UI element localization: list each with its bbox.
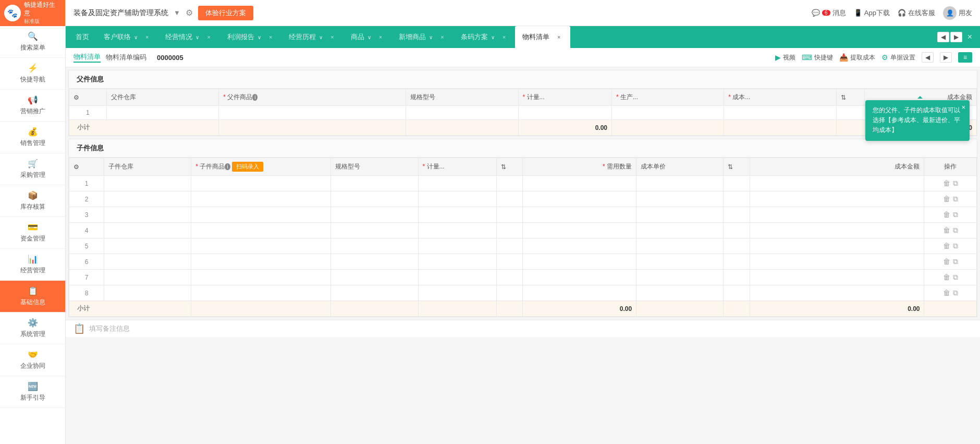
- online-service-item[interactable]: 🎧 在线客服: [898, 8, 935, 18]
- copy-icon-7[interactable]: ⧉: [953, 273, 958, 282]
- child-spec-4[interactable]: [331, 223, 418, 238]
- copy-icon-1[interactable]: ⧉: [953, 179, 958, 188]
- scan-input-button[interactable]: 扫码录入: [232, 162, 263, 172]
- sidebar-item-quicknav[interactable]: ⚡ 快捷导航: [0, 58, 65, 90]
- trial-button[interactable]: 体验行业方案: [198, 6, 253, 20]
- delete-icon-8[interactable]: 🗑: [943, 289, 950, 297]
- delete-icon-7[interactable]: 🗑: [943, 273, 950, 282]
- child-qty-6[interactable]: [523, 254, 636, 270]
- child-unit-2[interactable]: [418, 191, 497, 207]
- child-qty-3[interactable]: [523, 207, 636, 223]
- child-warehouse-2[interactable]: [104, 191, 191, 207]
- nav-next-button[interactable]: ▶: [940, 52, 952, 63]
- child-spec-1[interactable]: [331, 176, 418, 191]
- tab-nav-right[interactable]: ▶: [950, 32, 962, 42]
- child-unitprice-7[interactable]: [636, 270, 724, 285]
- parent-col-settings[interactable]: ⚙: [69, 89, 107, 106]
- child-unit-3[interactable]: [418, 207, 497, 223]
- tab-customer-close[interactable]: ×: [143, 33, 151, 41]
- child-product-3[interactable]: [191, 207, 331, 223]
- grid-view-button[interactable]: ≡: [958, 52, 972, 63]
- tab-close-all[interactable]: ×: [962, 32, 977, 42]
- child-qty-5[interactable]: [523, 238, 636, 254]
- tab-home[interactable]: 首页: [68, 26, 96, 48]
- child-unit-4[interactable]: [418, 223, 497, 238]
- child-unitprice-6[interactable]: [636, 254, 724, 270]
- tab-business-close[interactable]: ×: [205, 33, 212, 41]
- copy-icon-2[interactable]: ⧉: [953, 195, 958, 203]
- child-qty-4[interactable]: [523, 223, 636, 238]
- sidebar-item-marketing[interactable]: 📢 营销推广: [0, 90, 65, 122]
- tab-barcode-close[interactable]: ×: [500, 33, 508, 41]
- child-warehouse-4[interactable]: [104, 223, 191, 238]
- child-product-7[interactable]: [191, 270, 331, 285]
- child-unit-8[interactable]: [418, 285, 497, 301]
- gear-icon[interactable]: ⚙: [186, 8, 193, 18]
- tab-history-close[interactable]: ×: [328, 33, 336, 41]
- child-unit-1[interactable]: [418, 176, 497, 191]
- sidebar-item-finance[interactable]: 💳 资金管理: [0, 217, 65, 249]
- sidebar-item-inventory[interactable]: 📦 库存核算: [0, 185, 65, 217]
- child-warehouse-6[interactable]: [104, 254, 191, 270]
- child-spec-8[interactable]: [331, 285, 418, 301]
- tab-product[interactable]: 商品 ∨ ×: [344, 26, 391, 48]
- child-unit-6[interactable]: [418, 254, 497, 270]
- user-item[interactable]: 👤 用友: [943, 6, 972, 20]
- delete-icon-2[interactable]: 🗑: [943, 195, 950, 203]
- child-product-1[interactable]: [191, 176, 331, 191]
- child-qty-8[interactable]: [523, 285, 636, 301]
- page-tab-code[interactable]: 物料清单编码: [106, 53, 146, 62]
- parent-warehouse-1[interactable]: [106, 106, 218, 120]
- child-product-5[interactable]: [191, 238, 331, 254]
- tab-newproduct-close[interactable]: ×: [438, 33, 446, 41]
- shortcut-toolbar-item[interactable]: ⌨ 快捷键: [802, 53, 833, 62]
- child-warehouse-5[interactable]: [104, 238, 191, 254]
- video-toolbar-item[interactable]: ▶ 视频: [775, 53, 795, 62]
- child-unit-7[interactable]: [418, 270, 497, 285]
- messages-item[interactable]: 💬 6 消息: [812, 8, 846, 18]
- tab-bom-close[interactable]: ×: [555, 33, 562, 41]
- delete-icon-6[interactable]: 🗑: [943, 257, 950, 266]
- sidebar-item-guide[interactable]: 🆕 新手引导: [0, 376, 65, 408]
- tab-nav-left[interactable]: ◀: [937, 32, 949, 42]
- dropdown-arrow-icon[interactable]: ▼: [174, 9, 180, 17]
- child-product-8[interactable]: [191, 285, 331, 301]
- parent-spec-1[interactable]: [406, 106, 518, 120]
- nav-prev-button[interactable]: ◀: [922, 52, 934, 63]
- tooltip-close-button[interactable]: ×: [961, 102, 965, 113]
- sidebar-item-search[interactable]: 🔍 搜索菜单: [0, 26, 65, 58]
- child-unit-5[interactable]: [418, 238, 497, 254]
- copy-icon-3[interactable]: ⧉: [953, 210, 958, 219]
- copy-icon-4[interactable]: ⧉: [953, 226, 958, 235]
- copy-icon-8[interactable]: ⧉: [953, 289, 958, 297]
- tab-bom[interactable]: 物料清单 ×: [515, 26, 570, 48]
- child-product-6[interactable]: [191, 254, 331, 270]
- copy-icon-6[interactable]: ⧉: [953, 257, 958, 266]
- sidebar-item-sales[interactable]: 💰 销售管理: [0, 122, 65, 153]
- child-warehouse-7[interactable]: [104, 270, 191, 285]
- child-spec-5[interactable]: [331, 238, 418, 254]
- child-spec-3[interactable]: [331, 207, 418, 223]
- child-spec-7[interactable]: [331, 270, 418, 285]
- child-unitprice-8[interactable]: [636, 285, 724, 301]
- child-unitprice-3[interactable]: [636, 207, 724, 223]
- delete-icon-3[interactable]: 🗑: [943, 210, 950, 219]
- parent-unit-1[interactable]: [518, 106, 611, 120]
- child-qty-1[interactable]: [523, 176, 636, 191]
- tab-product-close[interactable]: ×: [377, 33, 384, 41]
- child-warehouse-1[interactable]: [104, 176, 191, 191]
- child-unitprice-2[interactable]: [636, 191, 724, 207]
- app-download-item[interactable]: 📱 App下载: [854, 8, 890, 18]
- tab-newproduct[interactable]: 新增商品 ∨ ×: [391, 26, 453, 48]
- delete-icon-4[interactable]: 🗑: [943, 226, 950, 235]
- delete-icon-1[interactable]: 🗑: [943, 179, 950, 188]
- tab-barcode[interactable]: 条码方案 ∨ ×: [454, 26, 515, 48]
- tab-profit[interactable]: 利润报告 ∨ ×: [220, 26, 281, 48]
- page-tab-bom[interactable]: 物料清单: [74, 52, 101, 63]
- child-col-settings[interactable]: ⚙: [69, 158, 104, 176]
- single-settings-item[interactable]: ⚙ 单据设置: [881, 53, 915, 62]
- parent-production-1[interactable]: [611, 106, 724, 120]
- child-unitprice-4[interactable]: [636, 223, 724, 238]
- sidebar-item-enterprise[interactable]: 🤝 企业协同: [0, 344, 65, 376]
- child-spec-2[interactable]: [331, 191, 418, 207]
